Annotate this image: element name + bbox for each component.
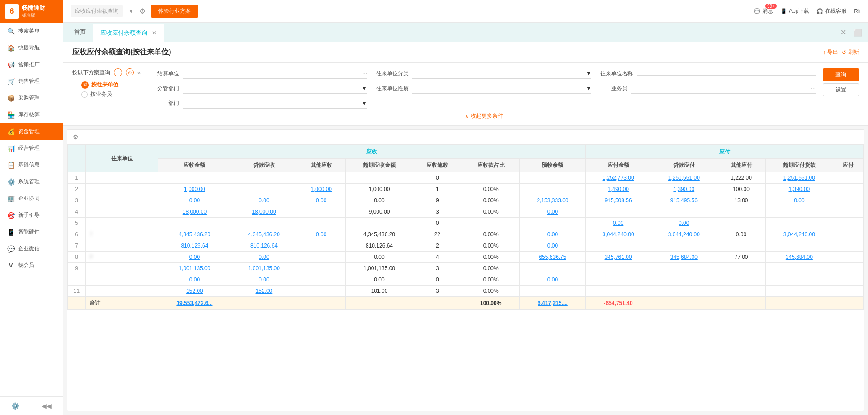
tab-close-window-btn[interactable]: ✕	[839, 26, 848, 38]
cell-ap-amount[interactable]	[585, 263, 651, 274]
cell-ap-amount[interactable]: 345,761.00	[585, 252, 651, 263]
cell-other-ar[interactable]	[297, 263, 345, 274]
cell-overdue-ap[interactable]	[766, 206, 833, 218]
search-add-btn[interactable]: +	[114, 68, 122, 76]
cell-loan-ar[interactable]: 4,345,436.20	[231, 229, 297, 240]
sidebar-item-wechat[interactable]: 💬 企业微信	[0, 240, 63, 257]
cell-overdue-ap[interactable]	[766, 218, 833, 229]
cell-loan-ar[interactable]: 0.00	[231, 252, 297, 263]
cell-overdue-ap[interactable]	[766, 240, 833, 252]
cell-loan-ar[interactable]: 810,126.64	[231, 240, 297, 252]
cell-loan-ap[interactable]	[651, 286, 717, 297]
tab-close-btn[interactable]: ✕	[152, 30, 156, 36]
sidebar-item-quick-nav[interactable]: 🏠 快捷导航	[0, 39, 63, 56]
cell-loan-ar[interactable]: 0.00	[231, 274, 297, 286]
tab-home[interactable]: 首页	[67, 24, 93, 41]
cell-other-ar[interactable]: 0.00	[297, 229, 345, 240]
cell-ap-amount[interactable]: 915,508.56	[585, 195, 651, 206]
cell-prepaid[interactable]	[520, 263, 585, 274]
cell-overdue-ap[interactable]: 0.00	[766, 195, 833, 206]
search-collapse-btn[interactable]: «	[137, 69, 141, 76]
cell-prepaid[interactable]	[520, 286, 585, 297]
setup-button[interactable]: 设置	[823, 83, 859, 96]
cell-ar-amount[interactable]: 152.00	[158, 286, 231, 297]
cell-other-ar[interactable]	[297, 240, 345, 252]
sidebar-item-sales[interactable]: 🛒 销售管理	[0, 73, 63, 90]
cell-prepaid[interactable]	[520, 218, 585, 229]
cell-prepaid[interactable]	[520, 172, 585, 184]
settlement-unit-input[interactable]: ···	[183, 68, 367, 79]
cell-loan-ap[interactable]: 345,684.00	[651, 252, 717, 263]
cell-other-ar[interactable]	[297, 218, 345, 229]
cell-loan-ar[interactable]: 0.00	[231, 195, 297, 206]
sidebar-item-guide[interactable]: 🎯 新手引导	[0, 207, 63, 224]
cell-ar-amount[interactable]	[158, 172, 231, 184]
unit-nature-input[interactable]: ▼	[412, 83, 591, 94]
cell-overdue-ap[interactable]: 1,251,551.00	[766, 172, 833, 184]
cell-overdue-ap[interactable]: 1,390.00	[766, 184, 833, 195]
cell-ap-amount[interactable]: 1,490.00	[585, 184, 651, 195]
cell-other-ar[interactable]	[297, 206, 345, 218]
sidebar-item-hardware[interactable]: 📱 智能硬件	[0, 224, 63, 240]
cell-loan-ap[interactable]: 1,390.00	[651, 184, 717, 195]
cell-ar-amount[interactable]: 1,000.00	[158, 184, 231, 195]
collapse-more-btn[interactable]: ∧ 收起更多条件	[152, 112, 816, 120]
department-input[interactable]: ▼	[183, 98, 367, 109]
export-button[interactable]: ↑ 导出	[823, 48, 838, 56]
cell-prepaid[interactable]: 0.00	[520, 229, 585, 240]
unit-name-input[interactable]	[637, 72, 816, 76]
solution-button[interactable]: 体验行业方案	[151, 5, 198, 18]
sidebar-settings-btn[interactable]: ⚙️	[8, 401, 23, 411]
online-support-btn[interactable]: 🎧 在线客服	[816, 7, 847, 15]
cell-prepaid[interactable]: 0.00	[520, 274, 585, 286]
sidebar-item-enterprise[interactable]: 🏢 企业协同	[0, 190, 63, 207]
salesperson-input[interactable]: ···	[631, 83, 816, 94]
cell-loan-ap[interactable]: 3,044,240.00	[651, 229, 717, 240]
cell-ar-amount[interactable]: 0.00	[158, 195, 231, 206]
sidebar-item-member[interactable]: V 畅会员	[0, 257, 63, 274]
cell-overdue-ap[interactable]	[766, 274, 833, 286]
sidebar-item-basic-info[interactable]: 📋 基础信息	[0, 157, 63, 173]
breadcrumb-arrow[interactable]: ▼	[128, 8, 134, 14]
unit-category-input[interactable]: ▼	[412, 68, 591, 79]
sidebar-collapse-btn[interactable]: ◀◀	[38, 401, 55, 411]
sidebar-item-system[interactable]: ⚙️ 系统管理	[0, 173, 63, 190]
cell-loan-ar[interactable]	[231, 184, 297, 195]
tab-maximize-btn[interactable]: ⬜	[852, 26, 864, 38]
app-download-btn[interactable]: 📱 App下载	[780, 7, 809, 15]
footer-ar-amount[interactable]: 19,553,472.6...	[158, 297, 231, 310]
cell-ar-amount[interactable]: 18,000.00	[158, 206, 231, 218]
cell-loan-ar[interactable]	[231, 172, 297, 184]
user-info[interactable]: Rit	[854, 8, 861, 14]
search-setting-btn[interactable]: ⊙	[126, 68, 134, 76]
cell-ap-amount[interactable]	[585, 274, 651, 286]
cell-prepaid[interactable]	[520, 184, 585, 195]
cell-prepaid[interactable]: 0.00	[520, 240, 585, 252]
sidebar-item-finance[interactable]: 💰 资金管理	[0, 123, 63, 140]
cell-ar-amount[interactable]: 0.00	[158, 252, 231, 263]
cell-ar-amount[interactable]: 810,126.64	[158, 240, 231, 252]
cell-other-ar[interactable]	[297, 274, 345, 286]
cell-loan-ar[interactable]: 1,001,135.00	[231, 263, 297, 274]
cell-overdue-ap[interactable]	[766, 263, 833, 274]
cell-prepaid[interactable]: 2,153,333.00	[520, 195, 585, 206]
dept-input[interactable]: ▼	[183, 83, 367, 94]
sidebar-item-search-menu[interactable]: 🔍 搜索菜单	[0, 23, 63, 39]
cell-ar-amount[interactable]: 4,345,436.20	[158, 229, 231, 240]
cell-other-ar[interactable]: 1,000.00	[297, 184, 345, 195]
cell-prepaid[interactable]: 655,636.75	[520, 252, 585, 263]
cell-prepaid[interactable]: 0.00	[520, 206, 585, 218]
cell-overdue-ap[interactable]: 345,684.00	[766, 252, 833, 263]
cell-ap-amount[interactable]: 0.00	[585, 218, 651, 229]
sidebar-item-operations[interactable]: 📊 经营管理	[0, 140, 63, 157]
cell-loan-ap[interactable]: 1,251,551.00	[651, 172, 717, 184]
cell-overdue-ap[interactable]	[766, 286, 833, 297]
plan-by-staff[interactable]: 按业务员	[81, 91, 145, 98]
cell-loan-ap[interactable]	[651, 263, 717, 274]
query-button[interactable]: 查询	[823, 68, 859, 81]
sidebar-item-purchase[interactable]: 📦 采购管理	[0, 90, 63, 106]
cell-ap-amount[interactable]	[585, 286, 651, 297]
refresh-button[interactable]: ↺ 刷新	[842, 48, 859, 56]
cell-loan-ap[interactable]: 0.00	[651, 218, 717, 229]
cell-other-ar[interactable]	[297, 172, 345, 184]
